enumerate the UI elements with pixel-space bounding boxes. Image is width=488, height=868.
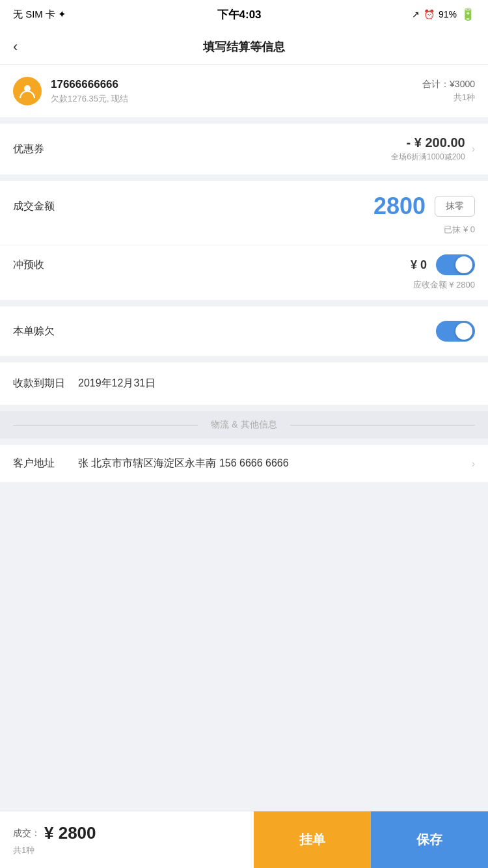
- customer-left: 17666666666 欠款1276.35元, 现结: [13, 77, 128, 105]
- address-label: 客户地址: [13, 457, 65, 470]
- bottom-summary: 成交： ¥ 2800 共1种: [0, 823, 254, 856]
- status-right: ↗ ⏰ 91% 🔋: [412, 7, 475, 21]
- divider-line-left: [13, 425, 198, 426]
- duedate-value: 2019年12月31日: [78, 377, 156, 390]
- prepay-amount: ¥ 0: [411, 258, 427, 272]
- address-chevron-icon: ›: [472, 458, 475, 470]
- customer-right: 合计：¥3000 共1种: [422, 79, 475, 103]
- amount-value: 2800: [373, 193, 426, 220]
- coupon-row[interactable]: 优惠券 - ¥ 200.00 全场6折满1000减200 ›: [0, 124, 488, 174]
- duedate-label: 收款到期日: [13, 377, 65, 390]
- duedate-section: 收款到期日 2019年12月31日: [0, 362, 488, 405]
- prepay-sub: 应收金额 ¥ 2800: [0, 279, 488, 300]
- debt-section: 本单赊欠: [0, 306, 488, 356]
- coupon-chevron-icon: ›: [472, 143, 475, 155]
- bottom-bar: 成交： ¥ 2800 共1种 挂单 保存: [0, 811, 488, 868]
- nav-bar: ‹ 填写结算等信息: [0, 29, 488, 65]
- debt-toggle-thumb: [455, 323, 472, 340]
- amount-right: 2800 抹零: [373, 193, 475, 220]
- debt-toggle[interactable]: [436, 321, 475, 342]
- prepay-label: 冲预收: [13, 258, 44, 272]
- prepay-toggle-track: [436, 254, 475, 275]
- debt-row: 本单赊欠: [0, 306, 488, 356]
- address-section: 客户地址 张 北京市市辖区海淀区永丰南 156 6666 6666 ›: [0, 445, 488, 482]
- total-label: 合计：¥3000: [422, 79, 475, 90]
- erased-row: 已抹 ¥ 0: [0, 224, 488, 245]
- divider-section: 物流 & 其他信息: [0, 411, 488, 439]
- status-bar: 无 SIM 卡 ✦ 下午4:03 ↗ ⏰ 91% 🔋: [0, 0, 488, 29]
- back-button[interactable]: ‹: [13, 38, 18, 55]
- customer-info: 17666666666 欠款1276.35元, 现结: [51, 78, 128, 105]
- prepay-toggle-thumb: [455, 256, 472, 273]
- prepay-toggle[interactable]: [436, 254, 475, 275]
- pending-button[interactable]: 挂单: [254, 811, 371, 869]
- save-button[interactable]: 保存: [371, 811, 488, 869]
- address-value: 张 北京市市辖区海淀区永丰南 156 6666 6666: [78, 457, 465, 470]
- alarm-icon: ⏰: [424, 9, 435, 20]
- customer-card: 17666666666 欠款1276.35元, 现结 合计：¥3000 共1种: [0, 65, 488, 117]
- amount-label: 成交金额: [13, 200, 55, 213]
- no-sim-text: 无 SIM 卡 ✦: [13, 8, 66, 21]
- summary-title: 成交： ¥ 2800: [13, 823, 241, 843]
- coupon-label: 优惠券: [13, 142, 44, 156]
- erased-label: 已抹 ¥ 0: [444, 224, 475, 234]
- coupon-amount: - ¥ 200.00: [391, 135, 465, 150]
- prepay-row: 冲预收 ¥ 0: [0, 245, 488, 279]
- prepay-desc: 应收金额 ¥ 2800: [413, 280, 475, 290]
- location-icon: ↗: [412, 9, 420, 20]
- status-left: 无 SIM 卡 ✦: [13, 8, 66, 21]
- duedate-row: 收款到期日 2019年12月31日: [0, 362, 488, 405]
- coupon-desc: 全场6折满1000减200: [391, 152, 465, 163]
- avatar: [13, 77, 42, 105]
- divider-line-right: [290, 425, 475, 426]
- amount-row: 成交金额 2800 抹零: [0, 181, 488, 224]
- summary-amount: ¥ 2800: [44, 823, 96, 843]
- page-title: 填写结算等信息: [203, 39, 285, 55]
- debt-toggle-track: [436, 321, 475, 342]
- coupon-section: 优惠券 - ¥ 200.00 全场6折满1000减200 ›: [0, 124, 488, 174]
- battery-icon: 🔋: [461, 7, 475, 21]
- gray-area: [0, 489, 488, 567]
- coupon-right: - ¥ 200.00 全场6折满1000减200 ›: [391, 135, 475, 163]
- customer-debt: 欠款1276.35元, 现结: [51, 93, 128, 105]
- debt-label: 本单赊欠: [13, 325, 55, 338]
- content: 17666666666 欠款1276.35元, 现结 合计：¥3000 共1种 …: [0, 65, 488, 625]
- summary-label: 成交：: [13, 828, 40, 839]
- status-time: 下午4:03: [217, 7, 262, 22]
- address-row[interactable]: 客户地址 张 北京市市辖区海淀区永丰南 156 6666 6666 ›: [0, 445, 488, 482]
- transaction-section: 成交金额 2800 抹零 已抹 ¥ 0 冲预收 ¥ 0: [0, 181, 488, 300]
- summary-count: 共1种: [13, 845, 241, 856]
- round-button[interactable]: 抹零: [435, 196, 475, 217]
- battery-text: 91%: [439, 9, 457, 20]
- prepay-right: ¥ 0: [411, 254, 475, 275]
- customer-phone: 17666666666: [51, 78, 128, 91]
- total-count: 共1种: [422, 92, 475, 103]
- divider-text: 物流 & 其他信息: [211, 419, 277, 431]
